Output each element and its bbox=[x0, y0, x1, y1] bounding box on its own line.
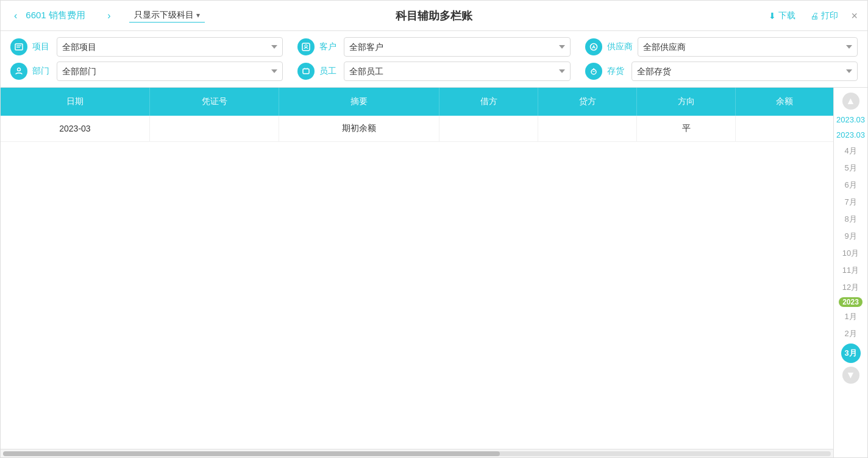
month-item-8[interactable]: 8月 bbox=[834, 211, 867, 228]
month-item-4[interactable]: 4月 bbox=[834, 143, 867, 160]
cell-voucher bbox=[149, 116, 279, 142]
cell-balance bbox=[736, 116, 833, 142]
main-content: 日期 凭证号 摘要 借方 贷方 方向 余额 2023-03 bbox=[1, 88, 867, 457]
project-select[interactable]: 全部项目 bbox=[57, 37, 283, 57]
year-badge: 2023 bbox=[839, 297, 863, 307]
cell-direction: 平 bbox=[637, 116, 736, 142]
month-item-11[interactable]: 11月 bbox=[834, 262, 867, 279]
month-item-1[interactable]: 1月 bbox=[834, 308, 867, 325]
filter-inventory: 存货 全部存货 bbox=[585, 62, 858, 81]
page-title: 科目辅助多栏账 bbox=[396, 9, 472, 23]
account-label: 6601 销售费用 bbox=[26, 10, 99, 21]
cell-credit bbox=[538, 116, 637, 142]
project-label: 项目 bbox=[32, 41, 52, 52]
scroll-thumb[interactable] bbox=[3, 451, 500, 456]
month-item-3-active[interactable]: 3月 bbox=[841, 344, 861, 363]
chevron-down-icon: ▾ bbox=[196, 11, 200, 19]
filter-supplier: 供应商 全部供应商 bbox=[585, 37, 858, 57]
customer-label: 客户 bbox=[319, 41, 339, 52]
customer-icon bbox=[297, 38, 315, 55]
download-button[interactable]: ⬇ 下载 bbox=[769, 10, 795, 21]
cell-debit bbox=[439, 116, 538, 142]
download-icon: ⬇ bbox=[769, 11, 776, 21]
range-start-month[interactable]: 2023.03 bbox=[834, 112, 867, 127]
svg-point-5 bbox=[590, 44, 597, 51]
prev-account-button[interactable]: ‹ bbox=[10, 9, 21, 23]
month-item-6[interactable]: 6月 bbox=[834, 177, 867, 194]
filter-project: 项目 全部项目 bbox=[10, 37, 283, 57]
next-account-button[interactable]: › bbox=[104, 9, 114, 23]
right-sidebar: ▲ 2023.03 2023.03 4月 5月 6月 7月 8月 9月 10月 … bbox=[833, 88, 867, 457]
col-debit: 借方 bbox=[439, 88, 538, 116]
employee-icon bbox=[297, 63, 315, 80]
scroll-track bbox=[3, 451, 831, 456]
inventory-icon bbox=[585, 63, 602, 80]
title-bar: ‹ 6601 销售费用 › 只显示下级科目 ▾ 科目辅助多栏账 ⬇ 下载 🖨 打… bbox=[1, 1, 867, 31]
inventory-label: 存货 bbox=[607, 66, 627, 77]
month-item-5[interactable]: 5月 bbox=[834, 160, 867, 177]
filter-customer: 客户 全部客户 bbox=[297, 37, 570, 57]
customer-select[interactable]: 全部客户 bbox=[344, 37, 570, 57]
show-sub-button[interactable]: 只显示下级科目 ▾ bbox=[129, 9, 205, 23]
filter-employee: 员工 全部员工 bbox=[297, 62, 570, 81]
department-select[interactable]: 全部部门 bbox=[57, 62, 283, 81]
svg-rect-8 bbox=[303, 69, 309, 74]
project-icon bbox=[10, 38, 27, 55]
month-item-9[interactable]: 9月 bbox=[834, 228, 867, 245]
department-icon bbox=[10, 63, 27, 80]
department-label: 部门 bbox=[32, 66, 52, 77]
print-button[interactable]: 🖨 打印 bbox=[810, 10, 838, 21]
horizontal-scrollbar[interactable] bbox=[1, 449, 833, 457]
col-direction: 方向 bbox=[637, 88, 736, 116]
month-item-10[interactable]: 10月 bbox=[834, 245, 867, 262]
filter-department: 部门 全部部门 bbox=[10, 62, 283, 81]
col-balance: 余额 bbox=[736, 88, 833, 116]
col-credit: 贷方 bbox=[538, 88, 637, 116]
month-item-2[interactable]: 2月 bbox=[834, 325, 867, 342]
svg-point-11 bbox=[591, 69, 596, 74]
col-date: 日期 bbox=[1, 88, 149, 116]
supplier-label: 供应商 bbox=[607, 41, 633, 52]
table-row: 2023-03 期初余额 平 bbox=[1, 116, 833, 142]
data-table: 日期 凭证号 摘要 借方 贷方 方向 余额 2023-03 bbox=[1, 88, 833, 142]
cell-summary: 期初余额 bbox=[279, 116, 439, 142]
month-item-12[interactable]: 12月 bbox=[834, 279, 867, 296]
svg-point-7 bbox=[18, 68, 21, 71]
main-window: ‹ 6601 销售费用 › 只显示下级科目 ▾ 科目辅助多栏账 ⬇ 下载 🖨 打… bbox=[0, 0, 868, 458]
table-area: 日期 凭证号 摘要 借方 贷方 方向 余额 2023-03 bbox=[1, 88, 833, 449]
svg-point-4 bbox=[305, 45, 307, 48]
month-item-7[interactable]: 7月 bbox=[834, 194, 867, 211]
supplier-select[interactable]: 全部供应商 bbox=[638, 37, 858, 57]
nav-area: ‹ 6601 销售费用 › 只显示下级科目 ▾ bbox=[10, 9, 205, 23]
close-button[interactable]: × bbox=[851, 9, 858, 22]
sidebar-up-arrow[interactable]: ▲ bbox=[842, 93, 859, 110]
cell-date: 2023-03 bbox=[1, 116, 149, 142]
col-voucher: 凭证号 bbox=[149, 88, 279, 116]
employee-label: 员工 bbox=[319, 66, 339, 77]
range-end-month[interactable]: 2023.03 bbox=[834, 127, 867, 143]
filter-area: 项目 全部项目 客户 全部客户 供应商 全部供应商 bbox=[1, 31, 867, 88]
col-summary: 摘要 bbox=[279, 88, 439, 116]
sidebar-down-arrow[interactable]: ▼ bbox=[842, 367, 859, 384]
toolbar-right: ⬇ 下载 🖨 打印 bbox=[769, 10, 838, 21]
table-header-row: 日期 凭证号 摘要 借方 贷方 方向 余额 bbox=[1, 88, 833, 116]
supplier-icon bbox=[585, 38, 602, 55]
inventory-select[interactable]: 全部存货 bbox=[631, 62, 858, 81]
employee-select[interactable]: 全部员工 bbox=[344, 62, 570, 81]
print-icon: 🖨 bbox=[810, 11, 819, 21]
